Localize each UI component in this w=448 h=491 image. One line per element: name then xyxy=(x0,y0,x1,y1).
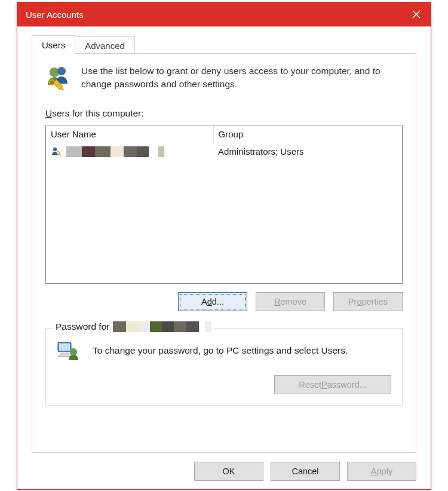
users-table: User Name Group xyxy=(46,125,402,160)
apply-button[interactable]: Apply xyxy=(347,462,416,481)
svg-point-5 xyxy=(53,148,57,151)
users-list-label: Users for this computer: xyxy=(45,108,403,119)
password-hint-text: To change your password, go to PC settin… xyxy=(93,340,348,357)
close-icon xyxy=(412,10,421,19)
title-bar: User Accounts xyxy=(17,2,431,26)
user-row-icon xyxy=(51,146,62,157)
window-title: User Accounts xyxy=(26,10,402,20)
dialog-buttons: OK Cancel Apply xyxy=(17,453,431,489)
tab-panel-users: Use the list below to grant or deny user… xyxy=(32,53,416,453)
col-username[interactable]: User Name xyxy=(46,125,213,143)
user-accounts-window: User Accounts Users Advanced xyxy=(17,2,431,490)
table-row[interactable]: Administrators; Users xyxy=(46,143,402,160)
username-redacted xyxy=(66,146,164,157)
reset-password-button[interactable]: Reset Password... xyxy=(274,375,391,394)
properties-button[interactable]: Properties xyxy=(333,292,403,311)
tab-advanced[interactable]: Advanced xyxy=(75,36,135,54)
legend-username-redacted xyxy=(113,321,211,332)
add-button[interactable]: Add... xyxy=(178,292,247,311)
svg-point-3 xyxy=(57,67,66,75)
user-buttons-row: Add... Remove Properties xyxy=(45,292,403,311)
close-button[interactable] xyxy=(402,2,431,26)
intro-row: Use the list below to grant or deny user… xyxy=(45,65,403,91)
svg-line-7 xyxy=(59,154,61,155)
tab-users[interactable]: Users xyxy=(32,35,75,54)
ok-button[interactable]: OK xyxy=(194,462,263,481)
remove-button[interactable]: Remove xyxy=(256,292,325,311)
client-area: Users Advanced Use the list below to gra… xyxy=(17,26,431,489)
svg-point-10 xyxy=(70,348,77,355)
password-legend: Password for xyxy=(52,321,214,332)
password-hint-row: To change your password, go to PC settin… xyxy=(57,340,391,364)
password-fieldset: Password for xyxy=(45,328,403,406)
user-key-icon xyxy=(57,340,81,364)
cancel-button[interactable]: Cancel xyxy=(271,462,340,481)
col-spacer xyxy=(382,125,402,143)
users-keys-icon xyxy=(45,65,72,91)
tab-strip: Users Advanced xyxy=(17,27,431,54)
intro-text: Use the list below to grant or deny user… xyxy=(81,65,403,91)
cell-group: Administrators; Users xyxy=(213,143,382,160)
svg-rect-9 xyxy=(59,343,70,351)
col-group[interactable]: Group xyxy=(213,125,382,143)
users-list[interactable]: User Name Group xyxy=(45,125,403,284)
